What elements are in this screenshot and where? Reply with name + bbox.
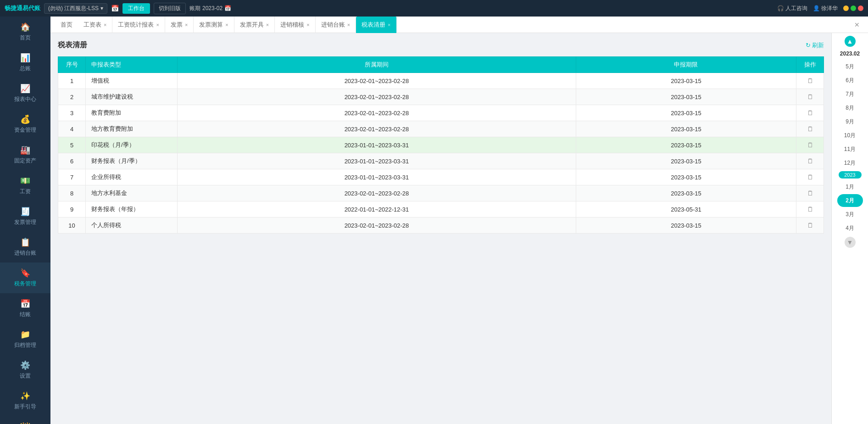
sidebar-item-close[interactable]: 📅 结账: [0, 293, 50, 324]
tab-close-salary-table[interactable]: ×: [104, 22, 106, 28]
period-month-jul[interactable]: 7月: [837, 88, 863, 100]
sidebar-item-purchase[interactable]: 📋 进销台账: [0, 232, 50, 262]
tab-home[interactable]: 首页: [55, 21, 78, 29]
sidebar-item-assets[interactable]: 🏭 固定资产: [0, 139, 50, 170]
maximize-button[interactable]: [851, 6, 856, 11]
period-month-dec[interactable]: 12月: [837, 156, 863, 169]
period-month-may[interactable]: 5月: [837, 60, 863, 73]
tab-invoice-open-label: 发票开具: [240, 21, 264, 29]
tab-salary-stat[interactable]: 工资统计报表 ×: [112, 17, 165, 33]
view-icon[interactable]: 🗒: [807, 77, 813, 84]
sidebar-label-tax: 税务管理: [14, 280, 36, 288]
cell-type: 印花税（月/季）: [86, 137, 178, 153]
cell-action: 🗒: [796, 105, 824, 121]
view-icon[interactable]: 🗒: [807, 157, 813, 165]
period-month-nov[interactable]: 11月: [837, 143, 863, 156]
tab-close-purchase-ledger[interactable]: ×: [347, 22, 350, 28]
period-month-feb[interactable]: 2月: [837, 194, 863, 207]
table-row: 3 教育费附加 2023-02-01~2023-02-28 2023-03-15…: [58, 105, 824, 121]
period-month-mar[interactable]: 3月: [837, 208, 863, 221]
tab-invoice[interactable]: 发票 ×: [165, 17, 194, 33]
archive-icon: 📁: [20, 329, 30, 340]
sidebar-item-guide[interactable]: ✨ 新手引导: [0, 385, 50, 416]
content-area: 首页 工资表 × 工资统计报表 × 发票 × 发票测算 × 发票开具 ×: [50, 17, 868, 424]
period-month-aug[interactable]: 8月: [837, 101, 863, 114]
cell-action: 🗒: [796, 201, 824, 218]
tab-close-invoice-calc[interactable]: ×: [225, 22, 228, 28]
tab-close-invoice[interactable]: ×: [185, 22, 188, 28]
window-close-tab[interactable]: ✕: [854, 21, 863, 28]
tab-invoice-open[interactable]: 发票开具 ×: [234, 17, 275, 33]
minimize-button[interactable]: [843, 6, 849, 11]
view-icon[interactable]: 🗒: [807, 206, 813, 213]
period-month-apr[interactable]: 4月: [837, 222, 863, 234]
tab-salary-table[interactable]: 工资表 ×: [78, 17, 112, 33]
view-icon[interactable]: 🗒: [807, 93, 813, 100]
view-icon[interactable]: 🗒: [807, 125, 813, 133]
refresh-label: 刷新: [812, 41, 824, 50]
cell-declare-period: 2023-03-15: [576, 105, 796, 121]
app-logo: 畅捷通易代账: [5, 4, 40, 12]
sidebar-label-salary: 工资: [20, 188, 31, 195]
view-icon[interactable]: 🗒: [807, 109, 813, 117]
sidebar-label-home: 首页: [20, 34, 31, 42]
tab-close-invoice-open[interactable]: ×: [266, 22, 269, 28]
cell-seq: 8: [58, 185, 86, 201]
cell-period: 2022-01-01~2022-12-31: [178, 201, 576, 218]
view-icon[interactable]: 🗒: [807, 222, 813, 229]
period-collapse-button[interactable]: ▼: [845, 237, 856, 248]
cell-seq: 4: [58, 121, 86, 137]
sidebar-item-funds[interactable]: 💰 资金管理: [0, 109, 50, 139]
tab-purchase-check[interactable]: 进销稽核 ×: [275, 17, 315, 33]
tax-icon: 🔖: [20, 268, 30, 278]
period-month-jan[interactable]: 1月: [837, 180, 863, 193]
cell-period: 2023-01-01~2023-03-31: [178, 169, 576, 185]
year-2023-badge[interactable]: 2023: [839, 171, 862, 179]
cell-period: 2023-02-01~2023-02-28: [178, 185, 576, 201]
tab-close-purchase-check[interactable]: ×: [306, 22, 309, 28]
period-nav-up[interactable]: ▲: [845, 36, 856, 47]
cell-period: 2023-01-01~2023-03-31: [178, 137, 576, 153]
sidebar-item-home[interactable]: 🏠 首页: [0, 17, 50, 47]
window-close-button[interactable]: [858, 6, 863, 11]
sidebar-label-reports: 报表中心: [14, 95, 36, 103]
tab-tax-return[interactable]: 税表清册 ×: [356, 17, 396, 33]
help-button[interactable]: 🎧 人工咨询: [777, 5, 807, 12]
user-menu[interactable]: 👤 徐泽华: [813, 5, 838, 12]
sidebar-item-ledger[interactable]: 📊 总账: [0, 47, 50, 78]
period-header: 2023.02: [840, 48, 860, 60]
workspace-button[interactable]: 工作台: [122, 3, 150, 14]
cell-declare-period: 2023-03-15: [576, 218, 796, 234]
sidebar-item-archive[interactable]: 📁 归档管理: [0, 324, 50, 355]
cell-seq: 10: [58, 218, 86, 234]
sidebar-item-salary[interactable]: 💵 工资: [0, 170, 50, 201]
table-row: 8 地方水利基金 2023-02-01~2023-02-28 2023-03-1…: [58, 185, 824, 201]
tab-purchase-ledger[interactable]: 进销台账 ×: [316, 17, 356, 33]
period-month-jun[interactable]: 6月: [837, 74, 863, 87]
salary-icon: 💵: [20, 176, 30, 186]
sidebar-item-tax[interactable]: 🔖 税务管理: [0, 262, 50, 293]
tab-invoice-calc[interactable]: 发票测算 ×: [194, 17, 234, 33]
switch-version-button[interactable]: 切到旧版: [154, 3, 186, 14]
period-month-oct[interactable]: 10月: [837, 129, 863, 142]
table-row: 4 地方教育费附加 2023-02-01~2023-02-28 2023-03-…: [58, 121, 824, 137]
view-icon[interactable]: 🗒: [807, 141, 813, 149]
sidebar-item-reports[interactable]: 📈 报表中心: [0, 78, 50, 109]
close-all-icon: ✕: [854, 21, 860, 28]
view-icon[interactable]: 🗒: [807, 173, 813, 181]
company-selector[interactable]: (勿动) 江西服息-LSS ▾: [44, 3, 107, 14]
sidebar-item-invoice[interactable]: 🧾 发票管理: [0, 201, 50, 232]
sidebar-item-member[interactable]: 👑 畅会员: [0, 416, 50, 424]
period-month-sep[interactable]: 9月: [837, 115, 863, 128]
cell-action: 🗒: [796, 89, 824, 105]
sidebar-item-settings[interactable]: ⚙️ 设置: [0, 355, 50, 385]
tab-close-salary-stat[interactable]: ×: [156, 22, 159, 28]
refresh-button[interactable]: ↻ 刷新: [806, 41, 824, 50]
tab-close-tax-return[interactable]: ×: [388, 22, 390, 28]
calendar-small-icon: 📅: [224, 5, 231, 11]
invoice-icon: 🧾: [20, 206, 30, 217]
cell-type: 财务报表（年报）: [86, 201, 178, 218]
view-icon[interactable]: 🗒: [807, 190, 813, 197]
cell-declare-period: 2023-03-15: [576, 153, 796, 169]
cell-period: 2023-02-01~2023-02-28: [178, 89, 576, 105]
